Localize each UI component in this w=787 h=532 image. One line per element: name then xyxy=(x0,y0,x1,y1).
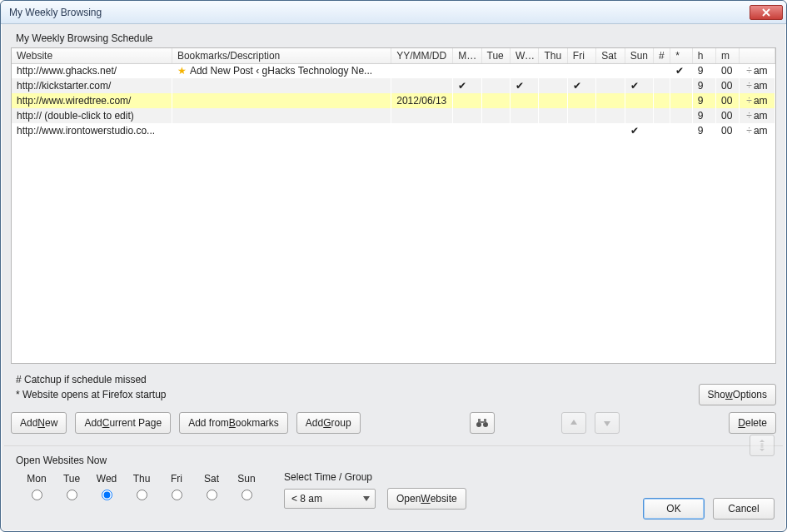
cell-hash[interactable] xyxy=(654,123,670,138)
cell-m[interactable]: 00 xyxy=(716,63,740,78)
cell-startup[interactable] xyxy=(670,123,692,138)
cell-hash[interactable] xyxy=(654,63,670,78)
add-from-bookmarks-button[interactable]: Add from Bookmarks xyxy=(179,412,288,434)
cell-ampm[interactable]: ÷am xyxy=(740,63,775,78)
cell-sat[interactable] xyxy=(596,108,625,123)
cell-hash[interactable] xyxy=(654,108,670,123)
col-sun[interactable]: Sun xyxy=(625,48,653,63)
cell-url[interactable]: http://www.irontowerstudio.co... xyxy=(12,123,172,138)
cell-fri[interactable] xyxy=(567,108,595,123)
close-button[interactable] xyxy=(750,5,783,20)
cell-sat[interactable] xyxy=(596,93,625,108)
col-h[interactable]: h xyxy=(692,48,715,63)
cell-url[interactable]: http://www.ghacks.net/ xyxy=(12,63,172,78)
table-row[interactable]: http://www.ghacks.net/★Add New Post ‹ gH… xyxy=(12,63,775,78)
cell-wed[interactable] xyxy=(510,123,538,138)
cell-sun[interactable]: ✔ xyxy=(625,78,653,93)
col-thu[interactable]: Thu xyxy=(539,48,567,63)
time-group-dropdown[interactable]: < 8 am xyxy=(284,489,376,509)
cell-m[interactable]: 00 xyxy=(716,108,740,123)
day-radio-sat[interactable] xyxy=(207,490,217,500)
cell-thu[interactable] xyxy=(539,123,567,138)
day-radio-wed[interactable] xyxy=(102,490,112,500)
day-radio-tue[interactable] xyxy=(67,490,77,500)
cell-startup[interactable] xyxy=(670,78,692,93)
cell-date[interactable] xyxy=(391,63,453,78)
cell-wed[interactable] xyxy=(510,93,538,108)
show-options-button[interactable]: Show Options xyxy=(699,384,776,405)
cell-mon[interactable]: ✔ xyxy=(453,78,481,93)
table-row[interactable]: http://www.wiredtree.com/2012/06/13900÷a… xyxy=(12,93,775,108)
cell-m[interactable]: 00 xyxy=(716,123,740,138)
schedule-grid[interactable]: Website Bookmarks/Description YY/MM/DD M… xyxy=(11,47,776,364)
cell-url[interactable]: http://kickstarter.com/ xyxy=(12,78,172,93)
move-up-button[interactable] xyxy=(561,412,586,434)
cell-sun[interactable] xyxy=(625,108,653,123)
col-ampm[interactable] xyxy=(740,48,775,63)
cell-ampm[interactable]: ÷am xyxy=(740,108,775,123)
cell-sat[interactable] xyxy=(596,78,625,93)
table-row[interactable]: http:// (double-click to edit)900÷am xyxy=(12,108,775,123)
cell-mon[interactable] xyxy=(453,123,481,138)
cell-desc[interactable]: ★Add New Post ‹ gHacks Technology Ne... xyxy=(172,63,391,78)
col-website[interactable]: Website xyxy=(12,48,172,63)
cell-thu[interactable] xyxy=(539,93,567,108)
cell-wed[interactable]: ✔ xyxy=(510,78,538,93)
cell-h[interactable]: 9 xyxy=(692,123,715,138)
day-radio-mon[interactable] xyxy=(32,490,42,500)
cancel-button[interactable]: Cancel xyxy=(713,498,775,520)
cell-fri[interactable] xyxy=(567,63,595,78)
move-down-button[interactable] xyxy=(595,412,620,434)
cell-tue[interactable] xyxy=(481,93,510,108)
cell-fri[interactable] xyxy=(567,93,595,108)
cell-sun[interactable]: ✔ xyxy=(625,123,653,138)
cell-sat[interactable] xyxy=(596,63,625,78)
cell-fri[interactable]: ✔ xyxy=(567,78,595,93)
cell-fri[interactable] xyxy=(567,123,595,138)
cell-sat[interactable] xyxy=(596,123,625,138)
cell-date[interactable] xyxy=(391,108,453,123)
cell-desc[interactable] xyxy=(172,108,391,123)
cell-date[interactable]: 2012/06/13 xyxy=(391,93,453,108)
col-hash[interactable]: # xyxy=(654,48,670,63)
add-group-button[interactable]: Add Group xyxy=(296,412,361,434)
cell-tue[interactable] xyxy=(481,63,510,78)
cell-tue[interactable] xyxy=(481,123,510,138)
open-website-button[interactable]: Open Website xyxy=(387,488,466,510)
cell-h[interactable]: 9 xyxy=(692,78,715,93)
col-sat[interactable]: Sat xyxy=(596,48,625,63)
delete-button[interactable]: Delete xyxy=(729,412,776,434)
cell-hash[interactable] xyxy=(654,78,670,93)
cell-date[interactable] xyxy=(391,123,453,138)
cell-m[interactable]: 00 xyxy=(716,78,740,93)
col-bookmark[interactable]: Bookmarks/Description xyxy=(172,48,391,63)
cell-thu[interactable] xyxy=(539,63,567,78)
cell-sun[interactable] xyxy=(625,93,653,108)
cell-mon[interactable] xyxy=(453,108,481,123)
cell-tue[interactable] xyxy=(481,78,510,93)
cell-url[interactable]: http://www.wiredtree.com/ xyxy=(12,93,172,108)
cell-thu[interactable] xyxy=(539,78,567,93)
find-button[interactable] xyxy=(470,412,495,434)
cell-h[interactable]: 9 xyxy=(692,108,715,123)
day-radio-sun[interactable] xyxy=(242,490,252,500)
col-date[interactable]: YY/MM/DD xyxy=(391,48,453,63)
cell-startup[interactable] xyxy=(670,93,692,108)
cell-desc[interactable] xyxy=(172,78,391,93)
sort-button[interactable] xyxy=(750,435,775,456)
cell-h[interactable]: 9 xyxy=(692,63,715,78)
add-new-button[interactable]: Add New xyxy=(11,412,67,434)
day-radio-thu[interactable] xyxy=(137,490,147,500)
add-current-page-button[interactable]: Add Current Page xyxy=(75,412,171,434)
cell-wed[interactable] xyxy=(510,108,538,123)
table-row[interactable]: http://kickstarter.com/✔✔✔✔900÷am xyxy=(12,78,775,93)
col-wed[interactable]: Wed xyxy=(510,48,538,63)
cell-mon[interactable] xyxy=(453,93,481,108)
cell-m[interactable]: 00 xyxy=(716,93,740,108)
col-fri[interactable]: Fri xyxy=(567,48,595,63)
col-tue[interactable]: Tue xyxy=(481,48,510,63)
cell-ampm[interactable]: ÷am xyxy=(740,78,775,93)
cell-desc[interactable] xyxy=(172,93,391,108)
cell-desc[interactable] xyxy=(172,123,391,138)
cell-h[interactable]: 9 xyxy=(692,93,715,108)
